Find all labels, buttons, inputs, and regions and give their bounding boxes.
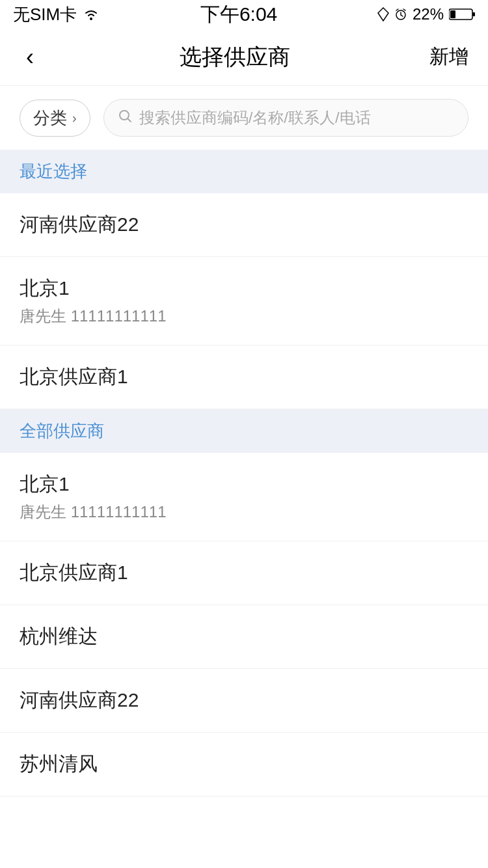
recent-list-item[interactable]: 北京1 唐先生 11111111111 bbox=[0, 257, 488, 346]
all-list: 北京1 唐先生 11111111111 北京供应商1杭州维达河南供应商22苏州清… bbox=[0, 453, 488, 796]
carrier-text: 无SIM卡 bbox=[13, 3, 77, 26]
status-bar: 无SIM卡 下午6:04 22% bbox=[0, 0, 488, 29]
nav-bar: ‹ 选择供应商 新增 bbox=[0, 29, 488, 86]
all-header-text: 全部供应商 bbox=[20, 421, 104, 441]
recent-header-text: 最近选择 bbox=[20, 161, 87, 181]
supplier-name: 杭州维达 bbox=[20, 623, 468, 650]
search-box[interactable]: 搜索供应商编码/名称/联系人/电话 bbox=[103, 99, 468, 137]
recent-list: 河南供应商22 北京1 唐先生 11111111111 北京供应商1 bbox=[0, 193, 488, 409]
location-icon bbox=[377, 7, 389, 21]
all-list-item[interactable]: 苏州清风 bbox=[0, 733, 488, 796]
supplier-name: 北京供应商1 bbox=[20, 364, 468, 390]
supplier-name: 北京1 bbox=[20, 471, 468, 498]
supplier-contact: 唐先生 11111111111 bbox=[20, 502, 468, 522]
battery-text: 22% bbox=[413, 5, 444, 23]
status-time: 下午6:04 bbox=[200, 1, 277, 28]
supplier-name: 苏州清风 bbox=[20, 751, 468, 778]
status-right: 22% bbox=[377, 5, 475, 23]
all-list-item[interactable]: 北京1 唐先生 11111111111 bbox=[0, 453, 488, 541]
search-placeholder: 搜索供应商编码/名称/联系人/电话 bbox=[139, 107, 371, 128]
all-list-item[interactable]: 北京供应商1 bbox=[0, 541, 488, 605]
page-title: 选择供应商 bbox=[180, 42, 290, 72]
back-button[interactable]: ‹ bbox=[20, 37, 40, 77]
battery-icon bbox=[449, 8, 475, 21]
alarm-icon bbox=[394, 8, 407, 21]
all-list-item[interactable]: 河南供应商22 bbox=[0, 669, 488, 733]
recent-list-item[interactable]: 河南供应商22 bbox=[0, 193, 488, 257]
wifi-icon bbox=[82, 8, 100, 21]
supplier-name: 北京1 bbox=[20, 275, 468, 302]
supplier-contact: 唐先生 11111111111 bbox=[20, 306, 468, 327]
status-left: 无SIM卡 bbox=[13, 3, 100, 26]
category-button[interactable]: 分类 › bbox=[20, 100, 90, 137]
supplier-name: 河南供应商22 bbox=[20, 687, 468, 714]
supplier-name: 北京供应商1 bbox=[20, 560, 468, 586]
all-section-header: 全部供应商 bbox=[0, 409, 488, 453]
add-button[interactable]: 新增 bbox=[429, 44, 468, 70]
recent-section-header: 最近选择 bbox=[0, 150, 488, 193]
category-label: 分类 bbox=[33, 107, 67, 129]
recent-list-item[interactable]: 北京供应商1 bbox=[0, 346, 488, 409]
all-list-item[interactable]: 杭州维达 bbox=[0, 605, 488, 669]
svg-point-0 bbox=[90, 18, 92, 20]
chevron-right-icon: › bbox=[72, 111, 77, 126]
supplier-name: 河南供应商22 bbox=[20, 211, 468, 238]
filter-bar: 分类 › 搜索供应商编码/名称/联系人/电话 bbox=[0, 86, 488, 150]
svg-rect-4 bbox=[450, 10, 455, 18]
svg-rect-3 bbox=[472, 12, 475, 16]
search-icon bbox=[117, 108, 133, 128]
